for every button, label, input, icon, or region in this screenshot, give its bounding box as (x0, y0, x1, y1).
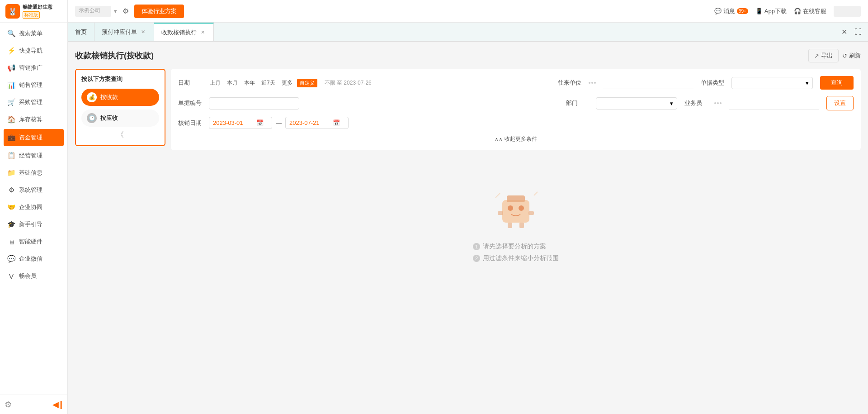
calendar-start-icon[interactable]: 📅 (256, 119, 264, 126)
settings-icon[interactable]: ⚙ (5, 400, 12, 409)
filter-area: 日期 上月 本月 本年 近7天 更多 自定义 不限 至 2023-07-26 往… (171, 69, 861, 150)
online-service-label: 在线客服 (803, 7, 826, 15)
page-title: 收款核销执行(按收款) (75, 50, 154, 61)
filter-row-1: 日期 上月 本月 本年 近7天 更多 自定义 不限 至 2023-07-26 往… (178, 76, 854, 90)
query-button[interactable]: 查询 (820, 76, 854, 90)
tab-home[interactable]: 首页 (68, 23, 94, 41)
nav-icon-0: 🔍 (7, 29, 15, 38)
nav-icon-11: 🎓 (7, 220, 15, 228)
verify-date-end-wrap[interactable]: 📅 (285, 117, 349, 129)
expand-tab-button[interactable]: ⛶ (852, 26, 864, 38)
message-label: 消息 (723, 7, 735, 15)
user-avatar[interactable] (834, 6, 861, 17)
sidebar-item-9[interactable]: ⚙系统管理 (0, 181, 67, 199)
query-option-by-receivable[interactable]: 🕐 按应收 (81, 109, 159, 127)
nav-label-7: 经营管理 (19, 152, 42, 160)
tip-num-2: 2 (473, 255, 480, 262)
sidebar-item-11[interactable]: 🎓新手引导 (0, 216, 67, 233)
svg-rect-7 (528, 211, 534, 215)
nav-icon-5: 🏠 (7, 115, 15, 124)
date-options: 上月 本月 本年 近7天 更多 自定义 (208, 78, 317, 88)
sidebar-item-2[interactable]: 📢营销推广 (0, 59, 67, 76)
date-opt-this-year[interactable]: 本年 (242, 78, 257, 88)
company-name[interactable]: 示例公司 (75, 6, 111, 17)
nav-label-8: 基础信息 (19, 169, 42, 177)
nav-label-14: 畅会员 (19, 272, 37, 280)
prepay-tab-close-icon[interactable]: ✕ (140, 29, 146, 35)
counterparty-picker[interactable] (589, 82, 596, 84)
nav-icon-1: ⚡ (7, 47, 15, 55)
receivable-option-label: 按应收 (100, 114, 118, 122)
query-option-by-receipt[interactable]: 💰 按收款 (81, 89, 159, 106)
svg-line-11 (534, 192, 538, 195)
topbar-right: 💬 消息 99+ 📱 App下载 🎧 在线客服 (714, 6, 861, 17)
sidebar-item-6[interactable]: 💼资金管理 (4, 129, 64, 146)
message-item[interactable]: 💬 消息 99+ (714, 7, 748, 15)
company-selector[interactable]: 示例公司 ▾ (75, 6, 117, 17)
dept-dropdown-icon: ▾ (670, 100, 673, 107)
sidebar-item-7[interactable]: 📋经营管理 (0, 147, 67, 164)
bill-type-select[interactable]: ▾ (731, 77, 813, 89)
home-tab-label: 首页 (75, 28, 87, 36)
tabbar: 首页 预付冲应付单 ✕ 收款核销执行 ✕ ✕ ⛶ (68, 23, 868, 42)
service-icon: 🎧 (794, 8, 801, 14)
nav-label-11: 新手引导 (19, 220, 42, 228)
collapse-more-button[interactable]: ∧∧ 收起更多条件 (178, 135, 854, 143)
refresh-button[interactable]: ↺ 刷新 (842, 52, 861, 60)
date-opt-7days[interactable]: 近7天 (259, 78, 277, 88)
empty-tip-2: 2 用过滤条件来缩小分析范围 (473, 254, 559, 262)
verify-date-picker: 📅 — 📅 (209, 117, 349, 129)
refresh-icon: ↺ (842, 52, 847, 59)
sidebar-item-10[interactable]: 🤝企业协同 (0, 199, 67, 216)
svg-rect-6 (498, 211, 503, 215)
app-download-label: App下载 (764, 7, 787, 15)
empty-tip-1-text: 请先选择要分析的方案 (483, 243, 546, 251)
close-tab-button[interactable]: ✕ (839, 26, 850, 38)
export-button[interactable]: ↗ 导出 (808, 49, 839, 62)
sidebar-item-4[interactable]: 🛒采购管理 (0, 94, 67, 111)
date-opt-this-month[interactable]: 本月 (225, 78, 240, 88)
collapse-more-label: 收起更多条件 (505, 135, 537, 143)
dept-select[interactable]: ▾ (596, 97, 677, 109)
nav-icon-9: ⚙ (7, 186, 15, 194)
online-service-item[interactable]: 🎧 在线客服 (794, 7, 826, 15)
staff-picker[interactable] (714, 102, 722, 104)
sidebar-item-14[interactable]: V畅会员 (0, 267, 67, 285)
sidebar-item-8[interactable]: 📁基础信息 (0, 164, 67, 181)
solution-button[interactable]: 体验行业方案 (134, 5, 184, 18)
verify-date-start-input[interactable] (213, 119, 254, 126)
date-custom-badge[interactable]: 自定义 (297, 79, 317, 87)
mobile-icon: 📱 (755, 8, 763, 14)
svg-rect-9 (519, 223, 524, 228)
settings-gear-icon[interactable]: ⚙ (123, 7, 129, 15)
svg-rect-2 (502, 200, 529, 223)
app-edition: 标准版 (23, 11, 40, 19)
panel-collapse-button[interactable]: 《 (81, 130, 159, 140)
verify-date-start-wrap[interactable]: 📅 (209, 117, 272, 129)
sidebar-item-3[interactable]: 📊销售管理 (0, 76, 67, 94)
tabbar-actions: ✕ ⛶ (835, 23, 868, 41)
verify-date-end-input[interactable] (289, 119, 330, 126)
sidebar-item-1[interactable]: ⚡快捷导航 (0, 42, 67, 59)
svg-rect-8 (508, 223, 512, 228)
tab-prepay[interactable]: 预付冲应付单 ✕ (94, 23, 154, 41)
date-opt-last-month[interactable]: 上月 (208, 78, 222, 88)
calendar-end-icon[interactable]: 📅 (333, 119, 340, 126)
chevron-down-icon[interactable]: ▾ (114, 8, 117, 14)
sidebar-item-12[interactable]: 🖥智能硬件 (0, 233, 67, 250)
app-download-item[interactable]: 📱 App下载 (755, 7, 787, 15)
nav-label-0: 搜索菜单 (19, 29, 42, 38)
sidebar-item-5[interactable]: 🏠库存核算 (0, 111, 67, 128)
nav-label-4: 采购管理 (19, 98, 42, 106)
sidebar-item-13[interactable]: 💬企业微信 (0, 250, 67, 267)
nav-label-1: 快捷导航 (19, 47, 42, 55)
verify-tab-close-icon[interactable]: ✕ (199, 29, 206, 36)
date-opt-more[interactable]: 更多 (280, 78, 294, 88)
sidebar-bottom[interactable]: ⚙ ◀‖ (0, 395, 67, 414)
empty-tip-2-text: 用过滤条件来缩小分析范围 (483, 254, 559, 262)
collapse-sidebar-icon[interactable]: ◀‖ (52, 400, 63, 409)
tab-verify[interactable]: 收款核销执行 ✕ (154, 23, 214, 41)
setting-button[interactable]: 设置 (826, 96, 854, 110)
sidebar-item-0[interactable]: 🔍搜索菜单 (0, 25, 67, 42)
bill-no-input[interactable] (209, 97, 299, 109)
